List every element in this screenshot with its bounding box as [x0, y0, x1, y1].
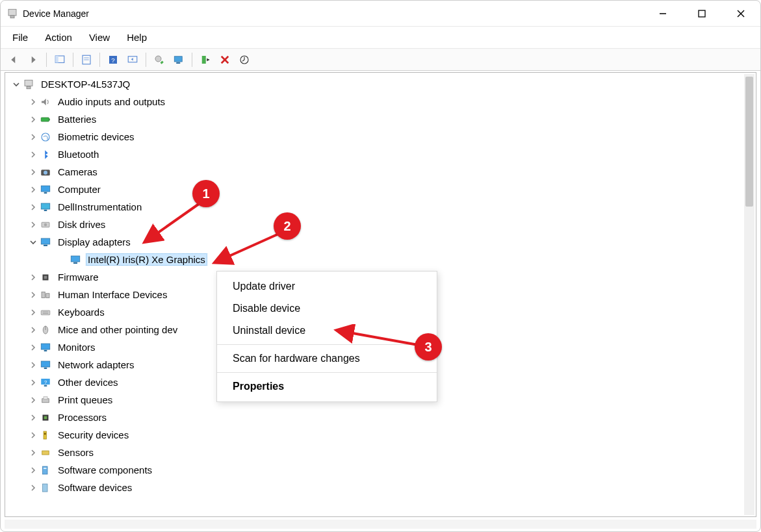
toolbar-separator: [99, 53, 100, 67]
tree-category-label: Human Interface Devices: [56, 288, 169, 301]
uninstall-device-button[interactable]: [216, 51, 234, 68]
toolbar-separator: [146, 53, 146, 67]
scan-for-hardware-changes-button[interactable]: [170, 51, 188, 68]
enable-device-button[interactable]: [196, 51, 214, 68]
tree-category[interactable]: Sensors: [9, 444, 740, 461]
cpu-icon: [39, 411, 52, 424]
close-button[interactable]: [721, 1, 760, 27]
svg-rect-61: [43, 466, 48, 474]
expand-toggle[interactable]: [27, 359, 39, 371]
svg-point-59: [44, 433, 46, 435]
update-driver-button[interactable]: [150, 51, 168, 68]
tree-category[interactable]: Batteries: [9, 110, 740, 128]
menu-file[interactable]: File: [6, 29, 34, 45]
expand-toggle[interactable]: [27, 342, 39, 353]
svg-rect-55: [44, 396, 47, 399]
svg-line-64: [146, 201, 203, 241]
svg-rect-42: [41, 310, 50, 315]
svg-rect-30: [41, 203, 50, 209]
svg-rect-63: [43, 484, 48, 492]
tree-category[interactable]: DellInstrumentation: [9, 198, 740, 216]
expand-toggle[interactable]: [27, 289, 39, 301]
question-icon: ?: [39, 376, 52, 389]
tree-category-label: Mice and other pointing dev: [56, 323, 179, 336]
svg-line-65: [216, 233, 280, 262]
svg-point-14: [155, 56, 161, 62]
menu-help[interactable]: Help: [120, 29, 153, 45]
context-menu-item[interactable]: Scan for hardware changes: [217, 348, 437, 370]
expand-toggle[interactable]: [27, 236, 39, 248]
minimize-button[interactable]: [643, 1, 682, 27]
disable-device-button[interactable]: [235, 51, 253, 68]
tree-category[interactable]: Disk drives: [9, 216, 740, 233]
tree-device-label: Intel(R) Iris(R) Xe Graphics: [86, 253, 207, 266]
tree-category[interactable]: Cameras: [9, 163, 740, 181]
expand-toggle[interactable]: [27, 377, 39, 388]
camera-icon: [39, 166, 52, 179]
hid-icon: [39, 288, 52, 301]
expand-toggle[interactable]: [27, 149, 39, 160]
expand-toggle[interactable]: [27, 464, 39, 476]
expand-toggle[interactable]: [27, 272, 39, 283]
menu-action[interactable]: Action: [38, 29, 79, 45]
svg-rect-37: [73, 262, 77, 263]
horizontal-scrollbar[interactable]: [5, 520, 756, 529]
properties-button[interactable]: [77, 51, 96, 68]
tree-device[interactable]: Intel(R) Iris(R) Xe Graphics: [9, 251, 740, 268]
annotation-marker-1: 1: [192, 180, 220, 207]
expand-toggle[interactable]: [27, 114, 39, 125]
forward-button[interactable]: [24, 51, 42, 68]
expand-toggle[interactable]: [27, 412, 39, 424]
tree-category[interactable]: Security devices: [9, 426, 740, 444]
tree-category[interactable]: Display adapters: [9, 233, 740, 251]
maximize-button[interactable]: [682, 1, 721, 27]
expand-toggle[interactable]: [27, 166, 39, 178]
tree-category[interactable]: Biometric devices: [9, 128, 740, 146]
svg-rect-7: [55, 56, 58, 63]
tree-category[interactable]: Bluetooth: [9, 146, 740, 163]
expand-toggle[interactable]: [10, 79, 22, 90]
software2-icon: [39, 481, 52, 494]
tree-category[interactable]: Software devices: [9, 479, 740, 496]
show-hide-console-tree-button[interactable]: [51, 51, 69, 68]
tree-category-label: Other devices: [56, 376, 120, 388]
svg-rect-24: [49, 118, 50, 120]
expand-toggle[interactable]: [27, 447, 39, 459]
help-button[interactable]: ?: [104, 51, 122, 68]
menu-view[interactable]: View: [83, 29, 116, 45]
vertical-scrollbar[interactable]: [744, 74, 755, 515]
expand-toggle[interactable]: [27, 131, 39, 143]
titlebar: Device Manager: [1, 1, 760, 27]
expand-toggle[interactable]: [27, 482, 39, 494]
svg-rect-48: [44, 349, 47, 351]
svg-text:?: ?: [111, 56, 115, 63]
svg-rect-50: [44, 367, 47, 368]
tree-category-label: Keyboards: [56, 306, 107, 318]
toolbar: ?: [1, 49, 760, 71]
svg-rect-57: [44, 416, 47, 419]
svg-rect-58: [44, 431, 47, 439]
back-button[interactable]: [5, 51, 23, 68]
tree-category-label: Computer: [56, 183, 103, 196]
tree-root[interactable]: DESKTOP-4L537JQ: [9, 75, 740, 93]
expand-toggle[interactable]: [27, 184, 39, 196]
expand-toggle[interactable]: [27, 96, 39, 108]
expand-toggle[interactable]: [27, 307, 39, 318]
svg-rect-36: [71, 256, 80, 262]
expand-toggle[interactable]: [27, 219, 39, 231]
expand-toggle[interactable]: [27, 429, 39, 441]
expand-toggle[interactable]: [27, 324, 39, 336]
expand-toggle[interactable]: [27, 201, 39, 213]
tree-category[interactable]: Software components: [9, 461, 740, 479]
toolbar-separator: [73, 53, 73, 67]
svg-rect-53: [44, 385, 47, 386]
tree-category[interactable]: Audio inputs and outputs: [9, 93, 740, 110]
expand-toggle[interactable]: [27, 394, 39, 406]
action-button[interactable]: [123, 51, 142, 68]
svg-rect-21: [25, 80, 32, 86]
tree-category[interactable]: Computer: [9, 181, 740, 198]
context-menu-item[interactable]: Properties: [217, 375, 437, 398]
context-menu-item[interactable]: Disable device: [217, 298, 437, 320]
tree-category[interactable]: Processors: [9, 409, 740, 426]
context-menu-item[interactable]: Update driver: [217, 275, 437, 298]
